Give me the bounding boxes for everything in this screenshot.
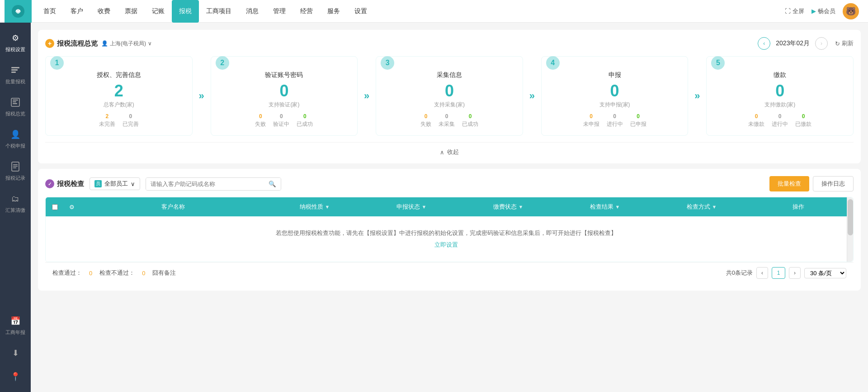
collapse-button[interactable]: ∧ 收起	[45, 142, 854, 156]
nav-tax[interactable]: 报税	[172, 0, 199, 23]
sidebar-label-tax-settings: 报税设置	[5, 46, 25, 53]
user-avatar[interactable]: 🐻	[843, 3, 859, 19]
flow-step-1: 1 授权、完善信息 2 总客户数(家) 2 未完善 0 已完善	[45, 56, 193, 136]
step-number-5: 5	[711, 56, 725, 70]
step-name-4: 申报	[609, 71, 621, 79]
vip-button[interactable]: ▶ 畅会员	[811, 7, 835, 15]
sidebar-item-settlement[interactable]: 🗂 汇算清缴	[2, 188, 29, 218]
scroll-thumb[interactable]	[848, 199, 853, 235]
step-name-3: 采集信息	[437, 71, 462, 79]
svg-rect-2	[11, 72, 16, 73]
check-method-filter-icon[interactable]: ▼	[712, 204, 717, 210]
flow-overview-header: + 报税流程总览 👤 上海(电子税局) ∨ ‹ 2023年02月 › ↻	[45, 37, 854, 50]
check-circle-icon: ✓	[45, 179, 54, 188]
nav-settings[interactable]: 设置	[347, 0, 374, 23]
stat-2-2[interactable]: 0 已成功	[297, 113, 313, 128]
stat-4-2[interactable]: 0 已申报	[630, 113, 646, 128]
dropdown-arrow-icon: ∨	[131, 181, 135, 187]
sidebar-item-personal-tax[interactable]: 👤 个税申报	[2, 124, 29, 154]
tax-check-table: ⚙ 客户名称 纳税性质 ▼ 申报状态 ▼ 缴费状态	[45, 197, 854, 262]
nav-home[interactable]: 首页	[36, 0, 63, 23]
stat-4-1[interactable]: 0 进行中	[607, 113, 623, 128]
stat-1-0[interactable]: 2 未完善	[99, 113, 115, 128]
fail-count[interactable]: 0	[142, 270, 145, 277]
pass-count[interactable]: 0	[89, 270, 92, 277]
step-number-4: 4	[546, 56, 560, 70]
sidebar-item-tax-record[interactable]: 报税记录	[2, 156, 29, 186]
nav-business[interactable]: 工商项目	[199, 0, 239, 23]
sidebar-item-tax-overview[interactable]: 报税总览	[2, 91, 29, 122]
stat-5-1[interactable]: 0 进行中	[772, 113, 788, 128]
stat-2-0[interactable]: 0 失败	[255, 113, 266, 128]
batch-check-button[interactable]: 批量检查	[769, 176, 809, 191]
client-search-input[interactable]	[146, 178, 264, 190]
stat-1-1[interactable]: 0 已完善	[123, 113, 139, 128]
tax-nature-filter-icon[interactable]: ▼	[325, 204, 330, 210]
svg-rect-0	[11, 67, 19, 68]
step-sub-3: 支持采集(家)	[434, 101, 465, 109]
tax-settings-icon: ⚙	[9, 32, 22, 44]
select-all-checkbox[interactable]	[52, 204, 58, 210]
sidebar-item-tax-settings[interactable]: ⚙ 报税设置	[2, 27, 29, 57]
setup-link[interactable]: 立即设置	[434, 241, 458, 248]
nav-accounting[interactable]: 记账	[145, 0, 172, 23]
prev-month-button[interactable]: ‹	[758, 37, 770, 50]
sidebar-item-location[interactable]: 📍	[2, 366, 29, 387]
table-header: ⚙ 客户名称 纳税性质 ▼ 申报状态 ▼ 缴费状态	[46, 197, 847, 216]
step-sub-5: 支持缴款(家)	[764, 101, 795, 109]
per-page-selector[interactable]: 30 条/页 50 条/页 100 条/页	[804, 268, 846, 278]
sidebar-item-batch-tax[interactable]: 批量报税	[2, 59, 29, 90]
nav-invoice[interactable]: 票据	[118, 0, 145, 23]
sidebar-item-annual[interactable]: 📅 工商年报	[2, 310, 29, 340]
stat-3-2[interactable]: 0 已成功	[462, 113, 478, 128]
staff-selector[interactable]: 员 全部员工 ∨	[90, 177, 140, 190]
fullscreen-button[interactable]: ⛶ 全屏	[785, 7, 804, 15]
table-scrollbar[interactable]	[847, 197, 853, 262]
stat-4-0[interactable]: 0 未申报	[583, 113, 599, 128]
stat-5-2[interactable]: 0 已缴款	[795, 113, 811, 128]
svg-rect-1	[11, 69, 18, 71]
th-tax-nature: 纳税性质 ▼	[266, 203, 363, 211]
sidebar-item-download[interactable]: ⬇	[2, 342, 29, 364]
personal-tax-icon: 👤	[9, 128, 22, 141]
content-area: + 报税流程总览 👤 上海(电子税局) ∨ ‹ 2023年02月 › ↻	[31, 23, 868, 392]
staff-icon: 员	[94, 180, 102, 187]
prev-page-button[interactable]: ‹	[756, 267, 768, 279]
search-button[interactable]: 🔍	[264, 178, 281, 190]
svg-rect-9	[13, 166, 18, 167]
refresh-button[interactable]: ↻ 刷新	[835, 39, 854, 48]
stat-3-1[interactable]: 0 未采集	[439, 113, 455, 128]
top-nav: 首页 客户 收费 票据 记账 报税 工商项目 消息 管理 经营 服务 设置 ⛶ …	[0, 0, 868, 23]
stat-3-0[interactable]: 0 失败	[420, 113, 431, 128]
nav-client[interactable]: 客户	[63, 0, 90, 23]
nav-fee[interactable]: 收费	[90, 0, 118, 23]
flow-overview-card: + 报税流程总览 👤 上海(电子税局) ∨ ‹ 2023年02月 › ↻	[38, 30, 861, 163]
payment-status-filter-icon[interactable]: ▼	[519, 204, 524, 210]
operation-log-button[interactable]: 操作日志	[813, 176, 854, 191]
sidebar-label-annual: 工商年报	[5, 329, 25, 336]
th-check-result: 检查结果 ▼	[557, 203, 653, 211]
declare-status-filter-icon[interactable]: ▼	[422, 204, 427, 210]
fullscreen-icon: ⛶	[785, 8, 791, 14]
nav-operation[interactable]: 经营	[293, 0, 320, 23]
nav-manage[interactable]: 管理	[266, 0, 293, 23]
step-name-5: 缴款	[774, 71, 786, 79]
nav-service[interactable]: 服务	[320, 0, 347, 23]
tax-check-title: ✓ 报税检查	[45, 179, 84, 188]
sidebar-label-tax-record: 报税记录	[5, 175, 25, 182]
th-select-all[interactable]	[46, 204, 64, 210]
month-nav: ‹ 2023年02月 ›	[758, 37, 828, 50]
stat-5-0[interactable]: 0 未缴款	[748, 113, 764, 128]
location-badge[interactable]: 👤 上海(电子税局) ∨	[101, 40, 152, 48]
chevron-down-icon: ∨	[148, 40, 152, 47]
svg-rect-5	[13, 101, 16, 102]
stat-2-1[interactable]: 0 验证中	[273, 113, 289, 128]
nav-message[interactable]: 消息	[239, 0, 266, 23]
table-main-area: ⚙ 客户名称 纳税性质 ▼ 申报状态 ▼ 缴费状态	[46, 197, 847, 262]
next-page-button[interactable]: ›	[789, 267, 801, 279]
next-month-button[interactable]: ›	[815, 37, 828, 50]
step-number-2: 2	[216, 56, 229, 70]
arrow-4-5: »	[688, 56, 706, 136]
check-result-filter-icon[interactable]: ▼	[615, 204, 620, 210]
th-settings[interactable]: ⚙	[64, 204, 80, 210]
